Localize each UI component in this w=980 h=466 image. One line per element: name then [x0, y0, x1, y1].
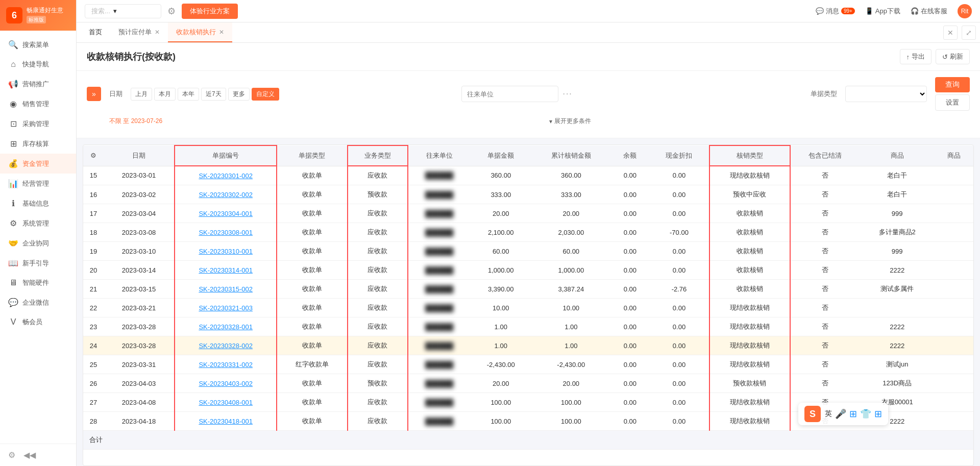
sidebar-item-search[interactable]: 🔍 搜索菜单 — [0, 35, 76, 55]
col-write-off-type: 核销类型 — [709, 145, 790, 166]
row-doc-no: SK-20230308-001 — [175, 223, 277, 242]
sidebar-item-quick-nav[interactable]: ⌂ 快捷导航 — [0, 55, 76, 74]
refresh-button[interactable]: ↺ 刷新 — [936, 49, 970, 64]
row-write-off-type: 现结收款核销 — [709, 336, 790, 355]
doc-no-link[interactable]: SK-20230302-002 — [199, 191, 253, 199]
brand-apps-icon[interactable]: ⊞ — [874, 408, 882, 420]
doc-no-link[interactable]: SK-20230328-001 — [199, 323, 253, 331]
this-year-btn[interactable]: 本年 — [178, 88, 199, 101]
row-doc-type: 收款单 — [277, 261, 347, 280]
filter-toggle-button[interactable]: » — [87, 87, 101, 101]
sidebar-item-operations[interactable]: 📊 经营管理 — [0, 174, 76, 193]
sidebar-item-guide[interactable]: 📖 新手引导 — [0, 253, 76, 273]
filter-settings-button[interactable]: 设置 — [935, 94, 970, 111]
col-settings[interactable]: ⚙ — [83, 145, 104, 166]
brand-mic-icon[interactable]: 🎤 — [835, 408, 846, 420]
sidebar-item-purchase[interactable]: ⊡ 采购管理 — [0, 114, 76, 134]
row-no: 20 — [83, 261, 104, 280]
row-biz-type: 应收款 — [348, 204, 408, 223]
column-settings-icon[interactable]: ⚙ — [90, 152, 96, 159]
more-btn[interactable]: 更多 — [228, 88, 250, 101]
doc-no-link[interactable]: SK-20230328-002 — [199, 342, 253, 350]
doc-no-link[interactable]: SK-20230315-002 — [199, 285, 253, 293]
row-no: 27 — [83, 393, 104, 412]
row-date: 2023-03-08 — [104, 223, 175, 242]
row-write-off-type: 收款核销 — [709, 242, 790, 261]
custom-date-btn[interactable]: 自定义 — [252, 88, 279, 101]
counterpart-input[interactable] — [461, 86, 558, 102]
tab-close-pending[interactable]: ✕ — [155, 29, 160, 36]
expand-more-btn[interactable]: ▾ 展开更多条件 — [549, 115, 591, 128]
tab-close-btn[interactable]: ✕ — [943, 26, 958, 40]
doc-no-link[interactable]: SK-20230304-001 — [199, 210, 253, 217]
doc-no-link[interactable]: SK-20230403-002 — [199, 380, 253, 387]
date-range-display: 不限 至 2023-07-26 — [109, 117, 162, 126]
doc-no-link[interactable]: SK-20230321-003 — [199, 304, 253, 312]
online-support-action[interactable]: 🎧 在线客服 — [911, 7, 947, 16]
sidebar-item-system[interactable]: ⚙ 系统管理 — [0, 213, 76, 233]
table-row: 26 2023-04-03 SK-20230403-002 收款单 预收款 ██… — [83, 374, 973, 393]
doc-no-link[interactable]: SK-20230310-001 — [199, 248, 253, 255]
sidebar-item-marketing[interactable]: 📢 营销推广 — [0, 74, 76, 94]
app-download-action[interactable]: 📱 App下载 — [865, 7, 900, 16]
sidebar-item-member[interactable]: V 畅会员 — [0, 312, 76, 332]
tab-collection-exec[interactable]: 收款核销执行 ✕ — [168, 22, 232, 42]
brand-icons: 英 🎤 ⊞ 👕 ⊞ — [825, 408, 882, 420]
row-include-settled: 否 — [790, 280, 860, 299]
row-write-off-type: 预收中应收 — [709, 185, 790, 204]
brand-shirt-icon[interactable]: 👕 — [860, 408, 871, 420]
tab-home[interactable]: 首页 — [81, 22, 110, 42]
this-month-btn[interactable]: 本月 — [154, 88, 176, 101]
doc-no-link[interactable]: SK-20230408-001 — [199, 399, 253, 406]
row-cash-discount: -2.76 — [649, 280, 709, 299]
doc-no-link[interactable]: SK-20230308-001 — [199, 229, 253, 236]
sidebar-item-enterprise[interactable]: 🤝 企业协同 — [0, 233, 76, 253]
row-doc-no: SK-20230403-002 — [175, 374, 277, 393]
solution-button[interactable]: 体验行业方案 — [182, 4, 238, 19]
row-cash-discount: 0.00 — [649, 166, 709, 185]
row-counterpart: ██████ — [408, 412, 470, 431]
tab-maximize-btn[interactable]: ⤢ — [962, 26, 976, 40]
mobile-icon: 📱 — [865, 7, 873, 15]
doc-no-link[interactable]: SK-20230418-001 — [199, 418, 253, 425]
row-biz-type: 应收款 — [348, 261, 408, 280]
chevron-down-icon: ▾ — [113, 7, 117, 15]
doc-type-select[interactable] — [845, 86, 927, 102]
doc-no-link[interactable]: SK-20230301-002 — [199, 172, 253, 180]
sidebar-item-wechat[interactable]: 💬 企业微信 — [0, 292, 76, 312]
sidebar-item-basics[interactable]: ℹ 基础信息 — [0, 193, 76, 213]
row-product2 — [935, 261, 973, 280]
row-balance: 0.00 — [610, 393, 649, 412]
brand-grid-icon[interactable]: ⊞ — [849, 408, 857, 420]
col-cum-amount: 累计核销金额 — [531, 145, 610, 166]
sidebar-item-hardware[interactable]: 🖥 智能硬件 — [0, 273, 76, 292]
sidebar-item-inventory[interactable]: ⊞ 库存核算 — [0, 134, 76, 154]
filter-bar: » 日期 上月 本月 本年 近7天 更多 自定义 ··· — [77, 71, 980, 138]
user-avatar[interactable]: Rit — [958, 4, 972, 18]
row-counterpart: ██████ — [408, 317, 470, 336]
query-button[interactable]: 查询 — [935, 77, 970, 92]
row-cash-discount: 0.00 — [649, 336, 709, 355]
module-selector[interactable]: 搜索... ▾ — [85, 4, 161, 18]
doc-no-link[interactable]: SK-20230331-002 — [199, 361, 253, 369]
message-action[interactable]: 💬 消息 99+ — [816, 7, 855, 16]
row-product1: 老白干 — [860, 185, 935, 204]
collapse-icon[interactable]: ◀◀ — [23, 450, 36, 460]
tab-pending-payment[interactable]: 预计应付单 ✕ — [110, 22, 168, 42]
settings-bottom-icon[interactable]: ⚙ — [8, 450, 15, 460]
tab-close-collection[interactable]: ✕ — [219, 29, 224, 36]
row-cum-amount: 100.00 — [531, 393, 610, 412]
row-cash-discount: -70.00 — [649, 223, 709, 242]
row-cash-discount: 0.00 — [649, 204, 709, 223]
last-7days-btn[interactable]: 近7天 — [201, 88, 226, 101]
last-month-btn[interactable]: 上月 — [131, 88, 152, 101]
doc-no-link[interactable]: SK-20230314-001 — [199, 266, 253, 274]
sidebar-item-sales[interactable]: ◉ 销售管理 — [0, 94, 76, 114]
export-button[interactable]: ↑ 导出 — [900, 49, 932, 64]
row-doc-type: 收款单 — [277, 336, 347, 355]
settings-header-icon[interactable]: ⚙ — [167, 6, 176, 17]
row-biz-type: 应收款 — [348, 317, 408, 336]
sidebar-item-finance[interactable]: 💰 资金管理 — [0, 154, 76, 174]
row-cum-amount: 2,030.00 — [531, 223, 610, 242]
row-doc-no: SK-20230418-001 — [175, 412, 277, 431]
